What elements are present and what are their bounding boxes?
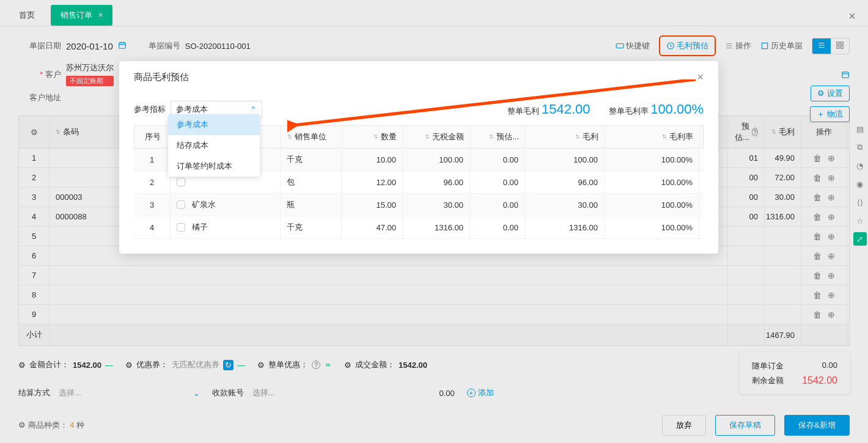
total-profit-value: 1542.00 (542, 101, 590, 117)
mrow-name: 橘子 (171, 216, 281, 238)
mcol-unit[interactable]: ⇅销售单位 (281, 126, 342, 148)
row-checkbox[interactable] (177, 223, 185, 232)
mrow-qty: 10.00 (342, 148, 403, 170)
row-checkbox[interactable] (177, 200, 185, 209)
mrow-qty: 12.00 (342, 171, 403, 193)
mrow-num: 4 (134, 216, 171, 238)
mrow-num: 3 (134, 194, 171, 216)
mrow-est: 0.00 (470, 194, 525, 216)
mrow-rate: 100.00% (605, 216, 699, 238)
mrow-rate: 100.00% (605, 194, 699, 216)
total-rate-value: 100.00% (650, 101, 704, 117)
modal-row[interactable]: 3 矿泉水瓶15.0030.000.0030.00100.00% (134, 194, 704, 216)
modal-row[interactable]: 4 橘子千克47.001316.000.001316.00100.00% (134, 216, 704, 239)
mcol-rate[interactable]: ⇅毛利率 (605, 126, 700, 148)
total-profit-label: 整单毛利 (507, 106, 539, 115)
mrow-amt: 96.00 (403, 171, 470, 193)
mrow-num: 2 (134, 171, 171, 193)
profit-modal: 商品毛利预估 × 参考指标 参考成本 ⌃ 参考成本 结存成本 订单签约时成本 整… (119, 61, 718, 254)
mrow-qty: 47.00 (342, 216, 403, 238)
ref-label: 参考指标 (134, 104, 166, 115)
mrow-prof: 1316.00 (525, 216, 605, 238)
mrow-prof: 96.00 (525, 171, 605, 193)
mcol-amt[interactable]: ⇅无税金额 (403, 126, 471, 148)
dropdown-item-sign-cost[interactable]: 订单签约时成本 (168, 156, 260, 177)
mrow-name: 矿泉水 (171, 194, 281, 216)
mrow-prof: 30.00 (525, 194, 605, 216)
total-rate-label: 整单毛利率 (609, 106, 649, 115)
mrow-amt: 1316.00 (403, 216, 470, 238)
mcol-prof[interactable]: ⇅毛利 (526, 126, 605, 148)
mrow-unit: 包 (281, 171, 342, 193)
modal-title: 商品毛利预估 (134, 71, 189, 83)
modal-close-icon[interactable]: × (697, 71, 704, 84)
mrow-prof: 100.00 (525, 148, 605, 170)
mrow-rate: 100.00% (605, 171, 699, 193)
dropdown-item-ref-cost[interactable]: 参考成本 (168, 114, 260, 135)
dropdown-item-balance-cost[interactable]: 结存成本 (168, 135, 260, 156)
mrow-est: 0.00 (470, 216, 525, 238)
mrow-amt: 100.00 (403, 148, 470, 170)
mrow-est: 0.00 (470, 148, 525, 170)
chevron-up-icon: ⌃ (250, 105, 257, 114)
modal-head: 商品毛利预估 × (119, 61, 718, 93)
mrow-num: 1 (134, 148, 171, 170)
mrow-unit: 千克 (281, 216, 342, 238)
mrow-unit: 瓶 (281, 194, 342, 216)
mcol-est[interactable]: ⇅预估... (471, 126, 526, 148)
mrow-unit: 千克 (281, 148, 342, 170)
mrow-est: 0.00 (470, 171, 525, 193)
mrow-rate: 100.00% (605, 148, 699, 170)
mrow-amt: 30.00 (403, 194, 470, 216)
mcol-num[interactable]: 序号 (134, 126, 171, 148)
ref-dropdown: 参考成本 结存成本 订单签约时成本 (168, 114, 260, 177)
mrow-qty: 15.00 (342, 194, 403, 216)
row-checkbox[interactable] (177, 178, 185, 186)
mcol-qty[interactable]: ⇅数量 (342, 126, 403, 148)
ref-select-value: 参考成本 (176, 104, 208, 115)
